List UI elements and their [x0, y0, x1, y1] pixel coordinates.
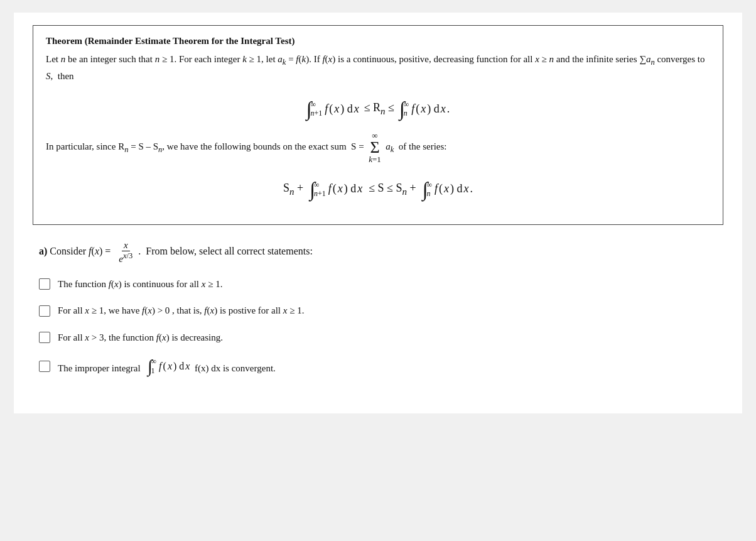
- part-label: a): [39, 246, 47, 256]
- checkbox-item-4[interactable]: The improper integral ∫ ∞ 1 f(x) dx f(x)…: [39, 357, 717, 376]
- integral-left: ∫ ∞ n+1 f(x) dx: [306, 99, 359, 119]
- part-a-section: a) Consider f(x) = x ex/3 . From below, …: [33, 240, 723, 376]
- checkbox-item-2[interactable]: For all x ≥ 1, we have f(x) > 0 , that i…: [39, 303, 717, 318]
- checkbox-3[interactable]: [39, 332, 50, 343]
- equation-1: ∫ ∞ n+1 f(x) dx ≤ Rn ≤ ∫ ∞ n f(x) dx.: [46, 99, 710, 119]
- theorem-intro: Let n be an integer such that n ≥ 1. For…: [46, 52, 710, 84]
- checkbox-label-1: The function f(x) is continuous for all …: [58, 277, 222, 292]
- checkbox-label-2: For all x ≥ 1, we have f(x) > 0 , that i…: [58, 303, 304, 318]
- integral-lower-left: ∫ ∞ n+1 f(x) dx: [310, 179, 362, 199]
- theorem-box: Theorem (Remainder Estimate Theorem for …: [33, 25, 723, 225]
- page: Theorem (Remainder Estimate Theorem for …: [14, 13, 742, 413]
- fraction-fx: x ex/3: [117, 240, 134, 265]
- integral-right: ∫ ∞ n f(x) dx.: [399, 99, 450, 119]
- part-a-title: a) Consider f(x) = x ex/3 . From below, …: [39, 240, 717, 265]
- improper-integral-text: The improper integral: [58, 364, 141, 374]
- checkbox-2[interactable]: [39, 305, 50, 317]
- checkbox-label-4: The improper integral ∫ ∞ 1 f(x) dx f(x)…: [58, 357, 276, 376]
- theorem-title: Theorem (Remainder Estimate Theorem for …: [46, 36, 710, 46]
- checkbox-item-1[interactable]: The function f(x) is continuous for all …: [39, 277, 717, 292]
- integral-lower-right: ∫ ∞ n f(x) dx.: [423, 179, 473, 199]
- theorem-particular: In particular, since Rn = S – Sn, we hav…: [46, 131, 710, 164]
- checkbox-item-3[interactable]: For all x > 3, the function f(x) is decr…: [39, 331, 717, 345]
- improper-integral-suffix: f(x) dx is convergent.: [195, 364, 276, 374]
- integral-improper: ∫ ∞ 1 f(x) dx: [148, 357, 190, 375]
- checkbox-label-3: For all x > 3, the function f(x) is decr…: [58, 331, 223, 345]
- checkbox-4[interactable]: [39, 361, 50, 372]
- equation-2: Sn + ∫ ∞ n+1 f(x) dx ≤ S ≤ Sn + ∫ ∞ n: [46, 179, 710, 199]
- checkbox-1[interactable]: [39, 278, 50, 290]
